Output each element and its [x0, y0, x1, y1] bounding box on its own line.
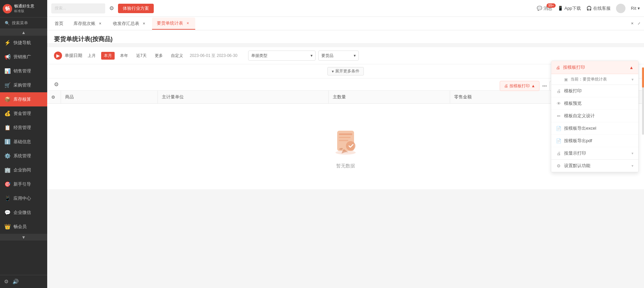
print-icon: 🖨	[556, 88, 561, 94]
dropdown-current-label[interactable]: ▣ 当前：要货单统计表 ▾	[551, 74, 638, 85]
sidebar-item-basic[interactable]: ℹ️ 基础信息	[0, 135, 47, 149]
default-fn-icon: ⚙	[556, 163, 561, 168]
sidebar-search[interactable]: 🔍 搜索菜单	[0, 18, 47, 29]
sidebar-item-label: 企业微信	[13, 210, 31, 216]
sidebar-item-marketing[interactable]: 📢 营销推广	[0, 50, 47, 64]
date-btn-more[interactable]: 更多	[152, 52, 166, 60]
dropdown-template-excel[interactable]: 📄 按模板导出excel	[551, 122, 638, 135]
date-btn-prev-month[interactable]: 上月	[85, 52, 98, 60]
date-btn-current-year[interactable]: 本年	[117, 52, 131, 60]
dropdown-default-fn[interactable]: ⚙ 设置默认功能 ▾	[551, 160, 638, 172]
marketing-icon: 📢	[4, 54, 11, 60]
sidebar-item-label: 库存核算	[13, 96, 31, 102]
tab-batch-account[interactable]: 库存批次账 ×	[69, 18, 108, 30]
dropdown-template-pdf[interactable]: 📄 按模板导出pdf	[551, 135, 638, 147]
scrollbar-track	[642, 67, 644, 135]
logo-sub: 标准版	[14, 9, 34, 13]
topbar-gear-icon[interactable]: ⚙	[108, 4, 115, 13]
tab-batch-close[interactable]: ×	[97, 21, 103, 26]
display-print-label: 按显示打印	[564, 150, 586, 156]
messages-btn[interactable]: 💬 消息 99+	[537, 5, 552, 11]
date-btn-current-month[interactable]: 本月	[101, 52, 115, 60]
avatar-img	[616, 4, 625, 13]
sidebar-item-finance[interactable]: 💰 资金管理	[0, 106, 47, 121]
trial-button[interactable]: 体验行业方案	[118, 4, 154, 13]
tab-order-label: 要货单统计表	[157, 20, 183, 26]
app-download-btn[interactable]: 📱 App下载	[558, 5, 581, 11]
window-buttons: ✕ ⤢	[630, 21, 641, 26]
scroll-up-btn[interactable]: ▲	[0, 29, 47, 36]
sidebar-item-label: 基础信息	[13, 139, 31, 145]
default-fn-label: 设置默认功能	[564, 163, 590, 169]
excel-icon: 📄	[556, 126, 561, 131]
phone-icon: 📱	[558, 6, 563, 11]
footer-settings-icon[interactable]: ⚙	[4, 279, 8, 285]
tab-batch-label: 库存批次账	[74, 21, 95, 27]
col-settings[interactable]: ⚙	[47, 91, 61, 104]
sidebar-item-guide[interactable]: 🎯 新手引导	[0, 177, 47, 191]
dropdown-template-custom[interactable]: ✏ 模板自定义设计	[551, 110, 638, 122]
sidebar-item-app[interactable]: 📱 应用中心	[0, 191, 47, 205]
sidebar-item-label: 系统管理	[13, 153, 31, 159]
wechat-icon: 💬	[4, 209, 11, 216]
template-excel-label: 按模板导出excel	[564, 125, 596, 131]
print-btn[interactable]: 🖨 按模板打印 ▲	[500, 81, 539, 91]
filter-expand-toggle[interactable]: ▶	[54, 52, 62, 60]
messages-badge: 99+	[547, 3, 556, 8]
footer-sound-icon[interactable]: 🔊	[12, 279, 19, 285]
empty-text: 暂无数据	[336, 163, 355, 169]
date-btn-custom[interactable]: 自定义	[168, 52, 186, 60]
sidebar-nav: ▲ ⚡ 快捷导航 📢 营销推广 📊 销售管理 🛒 采购管理 📦 库存核算 💰 资…	[0, 29, 47, 275]
tab-collection-summary[interactable]: 收发存汇总表 ×	[108, 18, 151, 30]
tab-collection-close[interactable]: ×	[141, 21, 147, 26]
tab-bar: 首页 库存批次账 × 收发存汇总表 × 要货单统计表 × ✕ ⤢	[47, 17, 644, 30]
tab-home[interactable]: 首页	[50, 18, 68, 30]
date-range-text: 2023-06-01 至 2023-06-30	[190, 53, 237, 59]
sidebar-item-inventory[interactable]: 📦 库存核算	[0, 92, 47, 106]
tab-order-stats[interactable]: 要货单统计表 ×	[152, 18, 195, 30]
sidebar-item-sales[interactable]: 📊 销售管理	[0, 64, 47, 78]
guide-icon: 🎯	[4, 181, 11, 188]
tab-order-close[interactable]: ×	[185, 21, 191, 26]
sidebar-footer: ⚙ 🔊	[0, 275, 47, 288]
order-type-label: 单据类型	[251, 53, 267, 59]
date-btn-7days[interactable]: 近7天	[134, 52, 149, 60]
topbar-right: 💬 消息 99+ 📱 App下载 🎧 在线客服 Rit ▾	[537, 4, 640, 13]
user-avatar[interactable]	[616, 4, 625, 13]
sidebar-item-system[interactable]: ⚙️ 系统管理	[0, 149, 47, 163]
dropdown-menu: 🖨 按模板打印 ▲ ▣ 当前：要货单统计表 ▾ 🖨 模板打印 👁 模板预览	[551, 61, 639, 172]
content-area: 要货单统计表(按商品) ▶ 单据日期 上月 本月 本年 近7天 更多 自定义 2…	[47, 30, 644, 288]
sidebar-item-enterprise[interactable]: 🏢 企业协同	[0, 163, 47, 177]
pdf-icon: 📄	[556, 138, 561, 143]
dropdown-header-left: 🖨 按模板打印	[556, 64, 585, 70]
order-type-select[interactable]: 单据类型 ▾	[248, 51, 316, 61]
more-options-icon[interactable]: •••	[542, 84, 547, 89]
sidebar-item-quick-nav[interactable]: ⚡ 快捷导航	[0, 36, 47, 50]
window-expand-btn[interactable]: ⤢	[637, 21, 641, 26]
sidebar-item-member[interactable]: 👑 畅会员	[0, 220, 47, 234]
dropdown-template-preview[interactable]: 👁 模板预览	[551, 97, 638, 110]
dropdown-template-print[interactable]: 🖨 模板打印	[551, 85, 638, 97]
tab-home-label: 首页	[55, 21, 63, 27]
current-template-icon: ▣	[564, 77, 568, 82]
sidebar-item-purchase[interactable]: 🛒 采购管理	[0, 78, 47, 92]
scroll-down-btn[interactable]: ▼	[0, 234, 47, 241]
main-area: 搜索... ⚙ 体验行业方案 💬 消息 99+ 📱 App下载 🎧 在线客服 R…	[47, 0, 644, 288]
svg-rect-4	[339, 140, 348, 141]
topbar-search-placeholder: 搜索...	[55, 5, 66, 11]
sidebar-item-operations[interactable]: 📋 经营管理	[0, 121, 47, 135]
message-icon: 💬	[537, 6, 542, 11]
window-close-btn[interactable]: ✕	[630, 21, 635, 26]
topbar-search-box[interactable]: 搜索...	[51, 3, 105, 13]
order-category-select[interactable]: 要货品 ▾	[318, 51, 359, 61]
username-label[interactable]: Rit ▾	[631, 6, 640, 11]
toolbar-gear-icon[interactable]: ⚙	[54, 81, 59, 88]
scrollbar-thumb[interactable]	[642, 67, 644, 88]
finance-icon: 💰	[4, 110, 11, 117]
member-icon: 👑	[4, 223, 11, 230]
dropdown-display-print[interactable]: 🖨 按显示打印 ▾	[551, 147, 638, 160]
dropdown-header: 🖨 按模板打印 ▲	[551, 61, 638, 74]
online-service-btn[interactable]: 🎧 在线客服	[586, 5, 611, 11]
expand-more-btn[interactable]: ▾ 展开更多条件	[327, 67, 364, 75]
sidebar-item-wechat[interactable]: 💬 企业微信	[0, 205, 47, 220]
